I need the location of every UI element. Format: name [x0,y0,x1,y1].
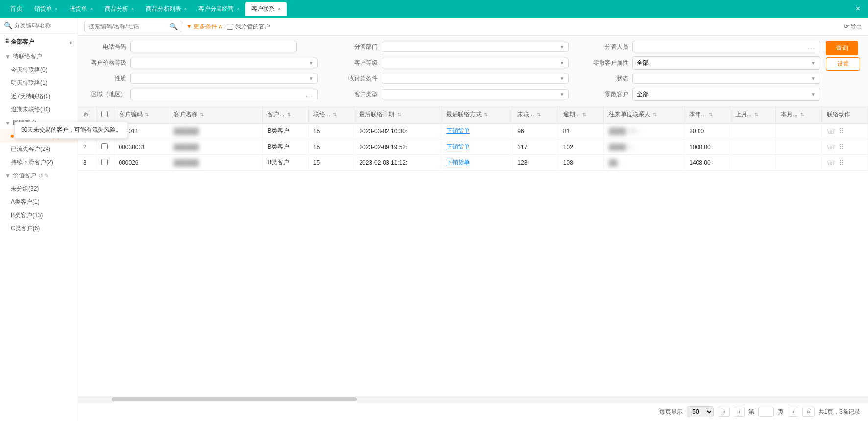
collapse-sidebar-icon[interactable]: « [69,38,73,46]
scrollbar-thumb[interactable] [112,397,357,401]
close-customer-stratify-icon[interactable]: × [237,6,240,12]
sidebar-item-7day-pending[interactable]: 近7天待联络(0) [0,90,78,103]
table-row: 3 000026 ██████ B类客户 15 2023-02-03 11:12… [78,155,868,171]
search-input[interactable] [89,23,169,30]
nature-select[interactable]: ▼ [130,74,318,84]
payment-select[interactable]: ▼ [382,74,569,84]
row3-more-icon[interactable]: ⠿ [839,159,844,167]
sidebar-item-class-a[interactable]: A类客户(1) [0,196,78,209]
customer-grade-select[interactable]: ▼ [382,58,569,68]
sidebar-item-class-b[interactable]: B类客户(33) [0,209,78,222]
th-uncontacted: 未联... ⇅ [512,106,558,123]
close-customer-contact-icon[interactable]: × [278,6,281,12]
close-product-analysis-icon[interactable]: × [131,6,134,12]
tab-customer-stratify[interactable]: 客户分层经营 × [193,2,245,16]
sidebar-section-value[interactable]: ▼ 价值客户 ↺ ✎ [0,169,78,182]
manager-input[interactable]: ... [632,41,820,52]
settings-icon[interactable]: ⚙ [83,111,89,118]
row2-action-icons: ☏ ⠿ [827,143,863,151]
region-dots[interactable]: ... [306,91,313,98]
prev-page-button[interactable]: ‹ [734,407,745,417]
price-grade-select[interactable]: ▼ [130,58,318,68]
sort-uncontacted-icon[interactable]: ⇅ [537,112,541,117]
row2-method-link[interactable]: 下销货单 [446,143,470,150]
row2-call-icon[interactable]: ☏ [827,143,836,151]
sidebar-search-box: 🔍 [0,18,78,34]
customer-table: ⚙ 客户编码 ⇅ 客户名称 ⇅ [78,106,868,171]
tab-product-analysis-list[interactable]: 商品分析列表 × [140,2,193,16]
sort-last-month-icon[interactable]: ⇅ [754,112,758,117]
home-tab[interactable]: 首页 [4,4,28,13]
edit-value-icon[interactable]: ✎ [44,173,49,179]
my-customers-checkbox-label[interactable]: 我分管的客户 [227,23,270,31]
status-label: 状态 [588,74,632,83]
search-submit-icon[interactable]: 🔍 [169,23,178,30]
sort-date-icon[interactable]: ⇅ [397,112,401,117]
close-product-analysis-list-icon[interactable]: × [184,6,187,12]
sidebar-item-class-c[interactable]: C类客户(6) [0,222,78,235]
sort-name-icon[interactable]: ⇅ [200,112,204,117]
all-customers-header[interactable]: ⠿ 全部客户 « [0,34,78,50]
sort-code-icon[interactable]: ⇅ [145,112,149,117]
next-page-button[interactable]: › [788,407,798,417]
window-close-button[interactable]: × [852,4,864,13]
status-select[interactable]: ▼ [632,74,820,84]
manager-dots[interactable]: ... [808,43,816,50]
page-size-select[interactable]: 50 100 [687,406,714,417]
setting-button[interactable]: 设置 [826,57,860,71]
tab-customer-contact[interactable]: 客户联系 × [245,2,287,16]
retail-select[interactable]: 全部 ▼ [632,88,820,101]
page-number-input[interactable]: 1 [758,407,774,417]
row1-more-icon[interactable]: ⠿ [839,127,844,135]
horizontal-scrollbar[interactable] [78,396,868,402]
sort-overdue-icon[interactable]: ⇅ [582,112,586,117]
th-name: 客户名称 ⇅ [169,106,263,123]
sort-method-icon[interactable]: ⇅ [484,112,488,117]
close-purchaseorder-icon[interactable]: × [90,6,93,12]
sidebar-search-input[interactable] [14,22,78,29]
export-button[interactable]: ⟳ 导出 [844,23,862,31]
row1-call-icon[interactable]: ☏ [827,127,836,135]
more-conditions-button[interactable]: ▼ 更多条件 ∧ [186,23,223,31]
select-all-checkbox[interactable] [101,111,108,117]
row2-index: 2 [78,139,96,155]
sidebar-item-today-pending[interactable]: 今天待联络(0) [0,63,78,76]
close-salesorder-icon[interactable]: × [55,6,58,12]
tab-purchaseorder[interactable]: 进货单 × [64,2,99,16]
refresh-value-icon[interactable]: ↺ [38,173,43,179]
sort-this-month-icon[interactable]: ⇅ [800,112,804,117]
th-code: 客户编码 ⇅ [114,106,169,123]
phone-input[interactable] [130,41,297,52]
sidebar-item-ungrouped[interactable]: 未分组(32) [0,182,78,196]
tab-salesorder[interactable]: 销货单 × [28,2,64,16]
row3-name: ██████ [169,155,263,171]
row3-method-link[interactable]: 下销货单 [446,159,470,166]
sort-person-icon[interactable]: ⇅ [653,112,657,117]
sidebar-item-declining[interactable]: 持续下滑客户(2) [0,156,78,169]
row1-method-link[interactable]: 下销货单 [446,127,470,134]
query-button[interactable]: 查询 [826,41,858,55]
sort-type-icon[interactable]: ⇅ [287,112,291,117]
sidebar-item-overdue-pending[interactable]: 逾期未联络(30) [0,103,78,116]
expand-churn-icon: ▼ [5,120,11,126]
dept-select[interactable]: ▼ [382,42,569,52]
all-customers-label: ⠿ 全部客户 [5,38,34,46]
row2-more-icon[interactable]: ⠿ [839,143,844,151]
row3-call-icon[interactable]: ☏ [827,159,836,167]
last-page-button[interactable]: » [802,407,815,417]
sidebar-section-pending[interactable]: ▼ 待联络客户 [0,50,78,63]
row2-select-checkbox[interactable] [101,143,108,149]
sidebar-item-already-churned[interactable]: 已流失客户(24) [0,143,78,156]
retail-attr-select[interactable]: 全部 ▼ [632,56,820,70]
customer-grade-chevron-icon: ▼ [559,60,564,66]
my-customers-checkbox[interactable] [227,24,233,30]
sort-this-year-icon[interactable]: ⇅ [709,112,713,117]
tab-product-analysis[interactable]: 商品分析 × [99,2,140,16]
first-page-button[interactable]: « [718,407,730,417]
customer-type-select[interactable]: ▼ [382,89,569,99]
region-input[interactable]: ... [130,89,318,100]
total-info: 共1页，3条记录 [819,408,860,416]
row3-select-checkbox[interactable] [101,159,108,165]
sort-contact-icon[interactable]: ⇅ [333,112,337,117]
sidebar-item-tomorrow-pending[interactable]: 明天待联络(1) [0,76,78,90]
